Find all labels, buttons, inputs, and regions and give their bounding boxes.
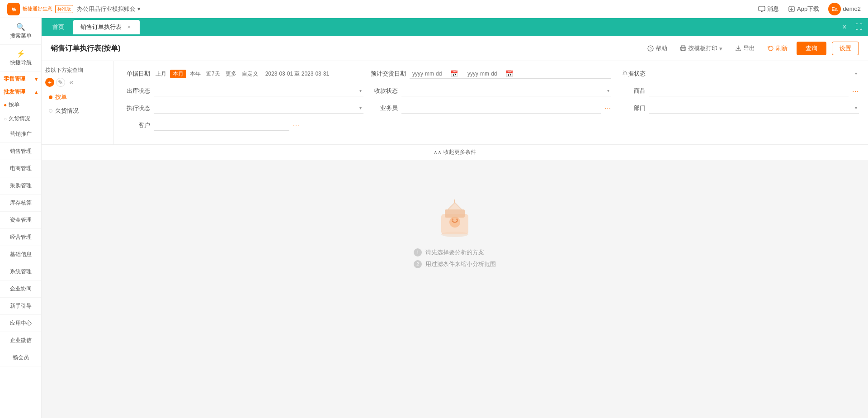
order-status-select[interactable] bbox=[649, 68, 859, 79]
execution-status-label: 执行状态 bbox=[123, 104, 150, 112]
empty-tip-2: 2 用过滤条件来缩小分析范围 bbox=[414, 260, 496, 268]
sidebar-item-inventory[interactable]: 库存核算 bbox=[0, 195, 41, 212]
sidebar-wholesale[interactable]: 批发管理 ▴ bbox=[0, 85, 41, 98]
collapse-scheme-btn[interactable]: « bbox=[67, 78, 76, 87]
product-label: 商品 bbox=[618, 87, 646, 95]
filter-field-salesman: 业务员 ··· bbox=[371, 103, 611, 114]
sidebar-item-collab[interactable]: 企业协同 bbox=[0, 280, 41, 298]
sidebar-item-finance[interactable]: 资金管理 bbox=[0, 212, 41, 229]
sidebar-retail[interactable]: 零售管理 ▾ bbox=[0, 71, 41, 85]
sidebar-item-wechat[interactable]: 企业微信 bbox=[0, 332, 41, 349]
query-btn[interactable]: 查询 bbox=[797, 42, 826, 55]
date-this-month-btn[interactable]: 本月 bbox=[170, 70, 186, 78]
salesman-more-btn[interactable]: ··· bbox=[604, 104, 611, 112]
date-quick-btns: 上月 本月 本年 近7天 更多 自定义 bbox=[154, 69, 260, 79]
nav-dot-inactive bbox=[49, 109, 52, 113]
shipment-status-select[interactable] bbox=[154, 86, 363, 96]
tab-active[interactable]: 销售订单执行表 × bbox=[73, 20, 140, 34]
filter-field-expected-delivery: 预计交货日期 📅 — 📅 bbox=[371, 69, 611, 79]
sidebar-item-quicknav[interactable]: ⚡ 快捷导航 bbox=[0, 45, 41, 71]
svg-rect-8 bbox=[681, 49, 685, 51]
date-range-display: 2023-03-01 至 2023-03-31 bbox=[264, 70, 331, 78]
filter-nav-按单[interactable]: 按单 bbox=[45, 90, 110, 104]
sidebar-item-guide[interactable]: 新手引导 bbox=[0, 298, 41, 315]
svg-rect-2 bbox=[759, 6, 765, 11]
main-layout: 🔍 搜索菜单 ⚡ 快捷导航 零售管理 ▾ 批发管理 ▴ ● 按单 ○ 欠货情况 … bbox=[0, 18, 868, 418]
tip-num-2: 2 bbox=[414, 260, 422, 268]
filter-field-department: 部门 ▾ bbox=[618, 103, 859, 114]
sidebar-item-marketing[interactable]: 营销推广 bbox=[0, 126, 41, 143]
order-status-label: 单据状态 bbox=[618, 70, 646, 78]
print-btn[interactable]: 按模板打印 ▾ bbox=[676, 43, 726, 54]
help-btn[interactable]: ? 帮助 bbox=[644, 43, 671, 54]
empty-tip-1: 1 请先选择要分析的方案 bbox=[414, 248, 496, 256]
empty-tips: 1 请先选择要分析的方案 2 用过滤条件来缩小分析范围 bbox=[414, 248, 496, 268]
filter-panel: 按以下方案查询 + ✎ « 按单 欠货情况 bbox=[42, 61, 868, 144]
date-custom-btn[interactable]: 自定义 bbox=[240, 69, 260, 79]
date-more-btn[interactable]: 更多 bbox=[224, 69, 238, 79]
page-content: 销售订单执行表(按单) ? 帮助 按模板打印 ▾ 导出 bbox=[42, 36, 868, 418]
message-btn[interactable]: 消息 bbox=[758, 5, 779, 13]
empty-state: 1 请先选择要分析的方案 2 用过滤条件来缩小分析范围 bbox=[42, 160, 868, 304]
sidebar-sub-item-欠货情况[interactable]: ○ 欠货情况 bbox=[0, 112, 41, 126]
sidebar-sub-item-按单[interactable]: ● 按单 bbox=[0, 98, 41, 112]
print-arrow-icon: ▾ bbox=[719, 45, 722, 52]
sidebar-item-appcenter[interactable]: 应用中心 bbox=[0, 315, 41, 332]
sidebar-item-search[interactable]: 🔍 搜索菜单 bbox=[0, 18, 41, 45]
payment-status-select[interactable] bbox=[401, 86, 611, 96]
filter-left: 按以下方案查询 + ✎ « 按单 欠货情况 bbox=[42, 61, 114, 144]
page-header-actions: ? 帮助 按模板打印 ▾ 导出 刷新 bbox=[644, 42, 859, 55]
filter-nav-欠货情况[interactable]: 欠货情况 bbox=[45, 104, 110, 118]
refresh-btn[interactable]: 刷新 bbox=[764, 43, 791, 54]
settings-btn[interactable]: 设置 bbox=[832, 42, 859, 55]
edit-scheme-btn[interactable]: ✎ bbox=[56, 78, 65, 87]
date-last-month-btn[interactable]: 上月 bbox=[154, 69, 168, 79]
sidebar-item-basicinfo[interactable]: 基础信息 bbox=[0, 246, 41, 263]
expected-date-to[interactable] bbox=[467, 71, 504, 77]
customer-label: 客户 bbox=[123, 121, 150, 129]
tab-close-btn[interactable]: × bbox=[125, 24, 132, 31]
sidebar-item-sales[interactable]: 销售管理 bbox=[0, 143, 41, 160]
tab-close-window-btn[interactable]: × bbox=[839, 22, 850, 33]
app-download-btn[interactable]: App下载 bbox=[788, 5, 819, 13]
svg-rect-11 bbox=[445, 209, 465, 218]
tab-bar: 首页 销售订单执行表 × × ⛶ bbox=[42, 18, 868, 36]
calendar-to-icon[interactable]: 📅 bbox=[505, 70, 513, 77]
export-btn[interactable]: 导出 bbox=[731, 43, 759, 54]
nav-title[interactable]: 办公用品行业模拟账套 ▾ bbox=[77, 5, 141, 13]
add-scheme-btn[interactable]: + bbox=[45, 78, 54, 87]
date-this-year-btn[interactable]: 本年 bbox=[188, 69, 203, 79]
user-area[interactable]: Ea demo2 bbox=[828, 3, 861, 15]
filter-row-3: 执行状态 ▾ 业务员 ··· 部门 bbox=[123, 103, 859, 114]
filter-add-btns: + ✎ « bbox=[45, 78, 110, 87]
sidebar-item-member[interactable]: 畅会员 bbox=[0, 349, 41, 366]
tab-bar-right: × ⛶ bbox=[839, 22, 864, 33]
tab-home[interactable]: 首页 bbox=[45, 20, 71, 34]
product-input[interactable] bbox=[649, 86, 849, 96]
sidebar-item-ecommerce[interactable]: 电商管理 bbox=[0, 160, 41, 177]
collapse-bar[interactable]: ∧∧ 收起更多条件 bbox=[42, 144, 868, 160]
department-label: 部门 bbox=[618, 104, 646, 112]
customer-input[interactable] bbox=[154, 120, 289, 131]
department-select[interactable] bbox=[649, 103, 859, 113]
edition-tag: 标准版 bbox=[55, 5, 73, 13]
tab-maximize-btn[interactable]: ⛶ bbox=[854, 22, 864, 33]
date-7days-btn[interactable]: 近7天 bbox=[204, 69, 222, 79]
quicknav-icon: ⚡ bbox=[2, 49, 39, 58]
sidebar-item-sysadmin[interactable]: 系统管理 bbox=[0, 263, 41, 280]
calendar-from-icon[interactable]: 📅 bbox=[450, 70, 458, 77]
customer-more-btn[interactable]: ··· bbox=[293, 122, 300, 129]
salesman-input[interactable] bbox=[401, 103, 601, 114]
expected-delivery-range: 📅 — 📅 bbox=[410, 69, 611, 79]
sidebar-item-purchase[interactable]: 采购管理 bbox=[0, 177, 41, 195]
sidebar-item-operations[interactable]: 经营管理 bbox=[0, 229, 41, 246]
filter-field-order-status: 单据状态 ▾ bbox=[618, 68, 859, 79]
order-status-select-wrap: ▾ bbox=[649, 68, 859, 79]
execution-status-select[interactable] bbox=[154, 103, 363, 113]
expected-date-from[interactable] bbox=[412, 71, 448, 77]
payment-status-label: 收款状态 bbox=[371, 87, 398, 95]
avatar: Ea bbox=[828, 3, 841, 15]
product-more-btn[interactable]: ··· bbox=[852, 87, 859, 95]
filter-field-payment: 收款状态 ▾ bbox=[371, 86, 611, 96]
payment-status-select-wrap: ▾ bbox=[401, 86, 611, 96]
